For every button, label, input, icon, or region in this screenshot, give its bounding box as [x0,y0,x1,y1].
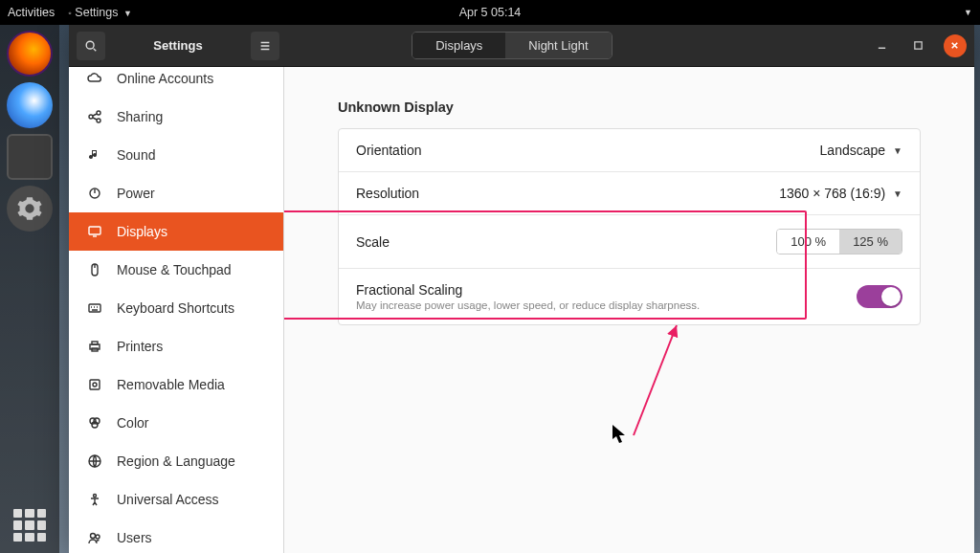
svg-rect-14 [92,342,98,344]
dock-settings[interactable] [7,186,53,232]
color-icon [86,415,103,431]
fractional-scaling-switch[interactable] [857,285,902,308]
fractional-scaling-label: Fractional Scaling [356,282,700,298]
svg-rect-5 [915,42,922,49]
dock-firefox[interactable] [7,31,53,77]
switch-knob [881,287,901,306]
sidebar-item-label: Displays [117,224,167,239]
keyboard-icon [86,300,103,316]
resolution-value: 1360 × 768 (16:9) [779,186,885,201]
svg-point-6 [89,115,93,119]
sidebar-item-label: Power [117,186,155,201]
header-tabs: Displays Night Light [412,32,612,59]
sidebar-item-color[interactable]: Color [69,404,283,442]
sidebar-item-label: Users [117,530,152,545]
svg-point-23 [91,534,96,539]
sidebar-item-users[interactable]: Users [69,519,283,553]
settings-window: Settings Displays Night Light [69,25,974,553]
svg-point-8 [97,119,100,122]
window-maximize[interactable] [907,34,930,57]
chevron-down-icon: ▼ [893,188,902,199]
sidebar-item-universal-access[interactable]: Universal Access [69,480,283,519]
svg-rect-16 [90,380,100,389]
sidebar-item-keyboard-shortcuts[interactable]: Keyboard Shortcuts [69,289,283,327]
dock-thunderbird[interactable] [7,82,53,128]
scale-label: Scale [356,234,390,250]
svg-rect-12 [89,304,100,312]
cloud-icon [86,71,103,86]
power-icon [86,186,103,201]
chevron-down-icon: ▼ [893,145,902,156]
printer-icon [86,339,103,354]
sidebar-item-mouse-touchpad[interactable]: Mouse & Touchpad [69,251,283,289]
sidebar-item-label: Printers [117,339,163,354]
media-icon [86,377,103,392]
svg-point-4 [86,41,94,49]
globe-icon [86,453,103,469]
tab-displays[interactable]: Displays [412,33,505,58]
dock [0,25,59,553]
chevron-down-icon: ▼ [964,8,972,17]
dock-show-applications[interactable] [13,509,46,542]
titlebar: Settings Displays Night Light [69,25,974,67]
sidebar-item-region-language[interactable]: Region & Language [69,442,283,480]
sidebar-item-displays[interactable]: Displays [69,212,283,251]
hamburger-menu[interactable] [251,32,279,60]
chevron-down-icon: ▼ [123,9,132,18]
clock[interactable]: Apr 5 05:14 [459,6,522,19]
display-icon [86,224,103,239]
sidebar-item-label: Online Accounts [117,71,213,86]
displays-content: Unknown Display Orientation Landscape ▼ … [284,67,974,553]
orientation-value: Landscape [820,143,886,158]
activities-button[interactable]: Activities [8,6,55,19]
svg-point-7 [97,111,100,115]
sidebar-item-sound[interactable]: Sound [69,136,283,174]
fractional-scaling-row: Fractional Scaling May increase power us… [339,268,920,324]
scale-row: Scale 100 % 125 % [339,214,920,268]
svg-point-24 [96,535,100,539]
sidebar-item-label: Removable Media [117,377,225,392]
sidebar-item-removable-media[interactable]: Removable Media [69,365,283,404]
gnome-top-bar: Activities ◦ Settings ▼ Apr 5 05:14 ▼ [0,0,980,25]
desktop: Settings Displays Night Light [0,25,980,553]
sidebar-item-sharing[interactable]: Sharing [69,98,283,136]
display-settings-panel: Orientation Landscape ▼ Resolution 1360 … [338,128,921,325]
sidebar-item-label: Sharing [117,109,163,124]
scale-100[interactable]: 100 % [777,230,839,254]
accessibility-icon [86,492,103,507]
sidebar-item-printers[interactable]: Printers [69,327,283,365]
annotation-arrow [619,316,696,440]
search-button[interactable] [77,32,105,60]
sidebar-item-label: Universal Access [117,492,219,507]
music-note-icon [86,147,103,163]
resolution-row[interactable]: Resolution 1360 × 768 (16:9) ▼ [339,171,920,214]
orientation-label: Orientation [356,143,421,158]
orientation-row[interactable]: Orientation Landscape ▼ [339,129,920,171]
sidebar-item-label: Mouse & Touchpad [117,262,232,277]
scale-125[interactable]: 125 % [839,230,902,254]
share-icon [86,109,103,124]
app-menu[interactable]: ◦ Settings ▼ [68,6,132,19]
fractional-scaling-desc: May increase power usage, lower speed, o… [356,299,700,311]
tab-night-light[interactable]: Night Light [505,33,611,58]
mouse-cursor [612,425,628,444]
dock-files[interactable] [7,134,53,180]
sidebar-item-power[interactable]: Power [69,174,283,212]
display-name: Unknown Display [338,100,921,115]
scale-segmented: 100 % 125 % [776,229,902,254]
svg-point-17 [93,383,97,387]
window-minimize[interactable] [871,34,894,57]
users-icon [86,530,103,545]
sidebar-item-label: Color [117,415,148,431]
resolution-label: Resolution [356,186,419,201]
settings-sidebar: Online Accounts Sharing Sound Power Disp… [69,67,284,553]
sidebar-item-online-accounts[interactable]: Online Accounts [69,67,283,98]
svg-point-22 [94,495,97,498]
svg-rect-10 [89,227,100,234]
sidebar-item-label: Sound [117,147,155,163]
sidebar-item-label: Region & Language [117,453,235,469]
mouse-icon [86,262,103,277]
svg-line-25 [634,325,677,435]
window-close[interactable] [944,34,967,57]
window-title: Settings [111,38,245,53]
